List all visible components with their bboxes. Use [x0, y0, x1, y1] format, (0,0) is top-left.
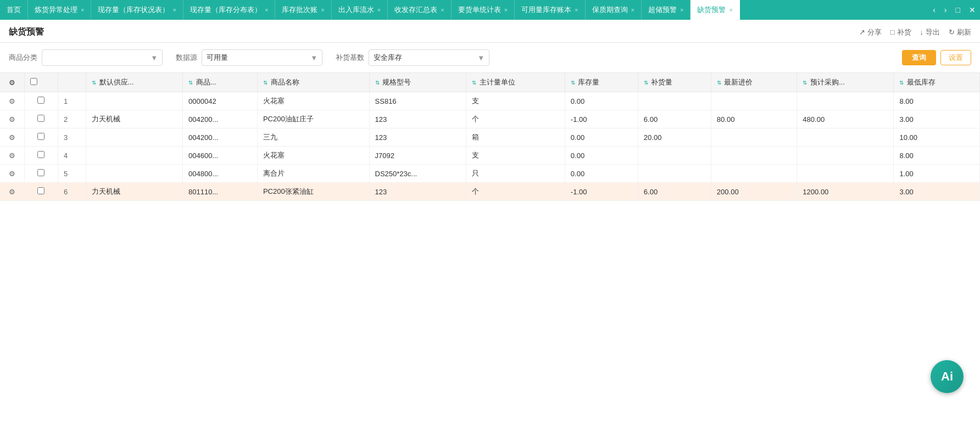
tab-inout-close[interactable]: × [377, 7, 381, 13]
row-goods-name: 三九 [257, 128, 369, 147]
select-all-checkbox[interactable] [30, 78, 37, 85]
col-replenish-label: 补货量 [651, 78, 672, 86]
row-gear-cell[interactable]: ⚙ [0, 110, 24, 128]
row-gear-cell[interactable]: ⚙ [0, 165, 24, 183]
datasource-select[interactable]: 可用量 ▼ [202, 49, 322, 66]
row-gear-cell[interactable]: ⚙ [0, 147, 24, 165]
tab-shortage-close[interactable]: × [729, 7, 732, 13]
row-checkbox-cell[interactable] [24, 165, 58, 183]
row-index: 3 [58, 128, 86, 147]
col-unit-label: 主计量单位 [480, 78, 515, 86]
tab-batch-account[interactable]: 库存批次账 × [275, 0, 331, 20]
row-gear-icon: ⚙ [9, 115, 15, 124]
row-checkbox-cell[interactable] [24, 183, 58, 201]
col-gear[interactable]: ⚙ [0, 73, 24, 92]
row-unit: 箱 [466, 128, 565, 147]
col-supplier[interactable]: ⇅ 默认供应... [86, 73, 182, 92]
category-arrow-icon: ▼ [151, 54, 158, 62]
tab-inv-status-close[interactable]: × [172, 7, 176, 13]
row-replenish-qty: 6.00 [638, 110, 711, 128]
tab-prev-btn[interactable]: ‹ [928, 0, 940, 20]
col-latest-price[interactable]: ⇅ 最新进价 [711, 73, 797, 92]
query-button[interactable]: 查询 [902, 50, 936, 65]
row-checkbox-cell[interactable] [24, 128, 58, 147]
replenish-icon: □ [890, 28, 895, 36]
tab-demand-close[interactable]: × [504, 7, 508, 13]
tab-batch-close[interactable]: × [321, 7, 324, 13]
tab-home[interactable]: 首页 [0, 0, 28, 20]
row-checkbox-cell[interactable] [24, 147, 58, 165]
col-goods-code[interactable]: ⇅ 商品... [183, 73, 258, 92]
row-checkbox[interactable] [37, 97, 44, 104]
col-goods-name[interactable]: ⇅ 商品名称 [257, 73, 369, 92]
tab-overstock[interactable]: 超储预警 × [642, 0, 691, 20]
col-spec[interactable]: ⇅ 规格型号 [369, 73, 466, 92]
row-checkbox[interactable] [37, 151, 44, 158]
row-stock-qty: -1.00 [565, 183, 638, 201]
replenish-base-select[interactable]: 安全库存 ▼ [369, 49, 489, 66]
tab-inout-flow[interactable]: 出入库流水 × [332, 0, 388, 20]
row-gear-cell[interactable]: ⚙ [0, 128, 24, 147]
tab-next-btn[interactable]: › [940, 0, 951, 20]
datasource-label: 数据源 [176, 53, 197, 63]
tab-demand-label: 要货单统计表 [458, 5, 501, 15]
share-button[interactable]: ↗ 分享 [859, 27, 882, 37]
col-unit[interactable]: ⇅ 主计量单位 [466, 73, 565, 92]
tab-defect-handling[interactable]: 炼货异常处理 × [28, 0, 91, 20]
row-gear-icon: ⚙ [9, 170, 15, 178]
row-checkbox-cell[interactable] [24, 92, 58, 110]
tab-close-btn[interactable]: ✕ [965, 0, 980, 20]
row-unit: 只 [466, 165, 565, 183]
col-min-stock[interactable]: ⇅ 最低库存 [894, 73, 980, 92]
row-spec: 123 [369, 110, 466, 128]
col-goods-code-label: 商品... [196, 78, 216, 86]
tab-expiry-query[interactable]: 保质期查询 × [586, 0, 642, 20]
row-min-stock: 8.00 [894, 92, 980, 110]
row-index: 5 [58, 165, 86, 183]
tab-avail-close[interactable]: × [575, 7, 578, 13]
row-goods-code: 004200... [183, 128, 258, 147]
tab-expiry-close[interactable]: × [631, 7, 634, 13]
row-est-purchase [797, 165, 894, 183]
row-gear-cell[interactable]: ⚙ [0, 92, 24, 110]
tab-shortage[interactable]: 缺货预警 × [691, 0, 739, 20]
settings-button[interactable]: 设置 [940, 50, 971, 65]
tab-defect-close[interactable]: × [81, 7, 84, 13]
row-est-purchase: 1200.00 [797, 183, 894, 201]
row-checkbox[interactable] [37, 133, 44, 140]
col-est-purchase[interactable]: ⇅ 预计采购... [797, 73, 894, 92]
row-gear-cell[interactable]: ⚙ [0, 183, 24, 201]
row-checkbox-cell[interactable] [24, 110, 58, 128]
col-stock[interactable]: ⇅ 库存量 [565, 73, 638, 92]
tab-overstock-close[interactable]: × [680, 7, 683, 13]
row-replenish-qty [638, 147, 711, 165]
goods-name-sort-icon: ⇅ [263, 80, 268, 86]
row-checkbox[interactable] [37, 169, 44, 176]
tab-restore-btn[interactable]: □ [951, 0, 965, 20]
tab-batch-label: 库存批次账 [282, 5, 318, 15]
tab-inventory-status[interactable]: 现存量（库存状况表） × [91, 0, 183, 20]
row-unit: 个 [466, 183, 565, 201]
row-spec: SS816 [369, 92, 466, 110]
row-checkbox[interactable] [37, 115, 44, 122]
table-header-row: ⚙ ⇅ 默认供应... ⇅ 商品... ⇅ [0, 73, 980, 92]
category-select[interactable]: ▼ [42, 49, 163, 66]
export-button[interactable]: ↓ 导出 [920, 27, 940, 37]
tab-available-ledger[interactable]: 可用量库存账本 × [515, 0, 585, 20]
row-goods-code: 004600... [183, 147, 258, 165]
col-replenish[interactable]: ⇅ 补货量 [638, 73, 711, 92]
tab-receipt-close[interactable]: × [441, 7, 444, 13]
tab-receipt-summary[interactable]: 收发存汇总表 × [388, 0, 451, 20]
replenish-button[interactable]: □ 补货 [890, 27, 911, 37]
ai-bubble[interactable]: Ai [931, 360, 964, 393]
row-checkbox[interactable] [37, 187, 44, 194]
row-goods-name: 火花塞 [257, 147, 369, 165]
refresh-button[interactable]: ↻ 刷新 [949, 27, 971, 37]
tab-inv-dist-close[interactable]: × [265, 7, 268, 13]
refresh-icon: ↻ [949, 28, 955, 36]
tab-inventory-dist[interactable]: 现存量（库存分布表） × [183, 0, 275, 20]
col-checkbox[interactable] [24, 73, 58, 92]
row-index: 6 [58, 183, 86, 201]
tab-demand-stats[interactable]: 要货单统计表 × [452, 0, 515, 20]
row-est-purchase: 480.00 [797, 110, 894, 128]
